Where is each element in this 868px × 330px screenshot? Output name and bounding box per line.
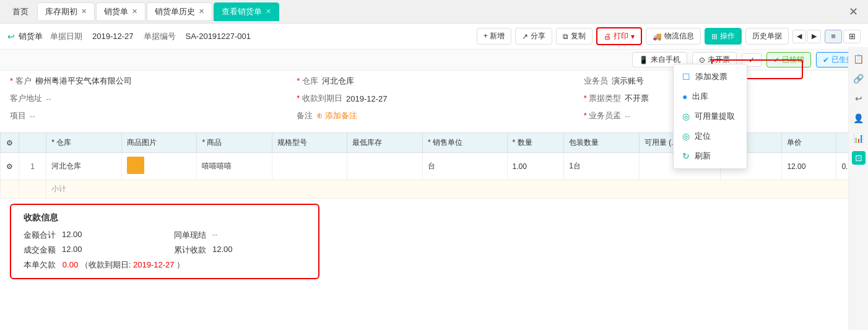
number-value: SA-20191227-001 bbox=[186, 32, 251, 41]
share-icon: ↗ bbox=[522, 32, 528, 41]
print-button[interactable]: 🖨 打印 ▾ bbox=[596, 27, 642, 45]
address-group: 客户地址 -- bbox=[10, 93, 284, 104]
close-inventory-tab[interactable]: ✕ bbox=[81, 7, 87, 15]
tab-sales[interactable]: 销货单 ✕ bbox=[96, 2, 145, 21]
locate-icon: ◎ bbox=[682, 131, 690, 141]
outbound-icon: ● bbox=[682, 92, 687, 102]
due-label: 本单欠款 bbox=[24, 260, 56, 269]
already-cancel-badge[interactable]: ✔ 已核销 bbox=[766, 52, 811, 67]
tab-sales-history-label: 销货单历史 bbox=[155, 6, 195, 17]
history-button[interactable]: 历史单据 bbox=[745, 28, 789, 45]
due-note: （收款到期日: bbox=[80, 260, 131, 269]
transaction-label: 成交金额 bbox=[24, 245, 56, 256]
number-label: 单据编号 bbox=[144, 31, 176, 42]
dropdown-available-qty[interactable]: ◎ 可用量提取 bbox=[674, 106, 747, 126]
prev-arrow[interactable]: ◀ bbox=[792, 30, 806, 43]
row-num: 1 bbox=[19, 153, 46, 180]
address-label: 客户地址 bbox=[10, 93, 42, 104]
grid-view-button[interactable]: ⊞ bbox=[843, 30, 861, 43]
col-product: * 商品 bbox=[197, 133, 272, 153]
product-image bbox=[127, 157, 144, 174]
next-arrow[interactable]: ▶ bbox=[807, 30, 821, 43]
sidebar-icon-2[interactable]: 🔗 bbox=[852, 72, 866, 85]
ops-button[interactable]: ⊞ 操作 bbox=[705, 28, 742, 45]
main-content: ↩ 销货单 单据日期 2019-12-27 单据编号 SA-20191227-0… bbox=[0, 24, 868, 330]
col-min-stock: 最低库存 bbox=[347, 133, 423, 153]
nav-arrows: ◀ ▶ bbox=[792, 30, 821, 43]
copy-button[interactable]: ⧉ 复制 bbox=[556, 28, 592, 45]
project-value: -- bbox=[30, 111, 35, 121]
sidebar-icon-5[interactable]: 📊 bbox=[852, 131, 866, 145]
add-invoice-icon: ☐ bbox=[682, 72, 690, 82]
ticket-icon: ⊙ bbox=[699, 56, 705, 64]
dropdown-locate[interactable]: ◎ 定位 bbox=[674, 126, 747, 146]
customer-group: 客户 柳州粤港平安气体有限公司 bbox=[10, 76, 284, 87]
close-sales-tab[interactable]: ✕ bbox=[132, 7, 137, 15]
truck-icon: 🚚 bbox=[653, 32, 662, 41]
subtotal-gear bbox=[1, 180, 19, 199]
sidebar-icon-1[interactable]: 📋 bbox=[852, 52, 866, 66]
transaction-row: 成交金额 12.00 bbox=[24, 245, 155, 256]
due-note-end: ） bbox=[176, 260, 184, 269]
row-gear[interactable]: ⚙ bbox=[1, 153, 19, 180]
warehouse-value: 河北仓库 bbox=[322, 76, 354, 87]
sidebar-icon-3[interactable]: ↩ bbox=[852, 92, 866, 105]
due-value: 0.00 bbox=[63, 260, 78, 269]
staff-value: 演示账号 bbox=[612, 76, 644, 87]
dropdown-outbound[interactable]: ● 出库 bbox=[674, 87, 747, 106]
ops-label: 操作 bbox=[720, 31, 735, 41]
sidebar-icon-6[interactable]: ⊡ bbox=[852, 151, 866, 165]
tab-bar: 首页 库存期初 ✕ 销货单 ✕ 销货单历史 ✕ 查看销货单 ✕ ✕ bbox=[0, 0, 868, 24]
address-value: -- bbox=[46, 94, 51, 103]
customer-value: 柳州粤港平安气体有限公司 bbox=[35, 76, 132, 87]
dropdown-refresh[interactable]: ↻ 刷新 bbox=[674, 146, 747, 166]
share-label: 分享 bbox=[531, 31, 545, 41]
cumulative-row: 累计收款 12.00 bbox=[174, 245, 306, 256]
tab-inventory[interactable]: 库存期初 ✕ bbox=[37, 2, 95, 21]
print-label: 打印 bbox=[614, 31, 628, 41]
col-spec: 规格型号 bbox=[272, 133, 347, 153]
cumulative-value: 12.00 bbox=[212, 245, 233, 256]
available-qty-label: 可用量提取 bbox=[695, 111, 735, 122]
tab-home[interactable]: 首页 bbox=[5, 2, 36, 21]
col-qty: * 数量 bbox=[507, 133, 564, 153]
logistics-label: 物流信息 bbox=[664, 31, 694, 41]
note-group: 备注 ⊕ 添加备注 bbox=[297, 110, 571, 121]
col-price: 单价 bbox=[782, 133, 836, 153]
close-sales-history-tab[interactable]: ✕ bbox=[199, 7, 204, 15]
already-cancel-label: 已核销 bbox=[782, 54, 804, 65]
customer-label: 客户 bbox=[10, 76, 32, 87]
locate-label: 定位 bbox=[695, 131, 711, 142]
check-icon: ✔ bbox=[773, 56, 779, 64]
staff-label: 业务员 bbox=[584, 76, 608, 87]
row-pack-qty: 1台 bbox=[564, 153, 640, 180]
tab-view-sales[interactable]: 查看销货单 ✕ bbox=[214, 2, 279, 21]
doc-icon: ↩ bbox=[7, 32, 15, 41]
logistics-button[interactable]: 🚚 物流信息 bbox=[646, 28, 701, 45]
doc-meta: 单据日期 2019-12-27 单据编号 SA-20191227-001 bbox=[50, 31, 251, 42]
row-price: 12.00 bbox=[782, 153, 836, 180]
toolbar-right: + 新增 ↗ 分享 ⧉ 复制 🖨 打印 ▾ 🚚 物流信息 ⊞ 操作 bbox=[477, 27, 861, 45]
sidebar-icon-4[interactable]: 👤 bbox=[852, 111, 866, 125]
share-button[interactable]: ↗ 分享 bbox=[515, 28, 552, 45]
doc-type-indicator: ↩ 销货单 bbox=[7, 31, 43, 42]
add-label: + 新增 bbox=[484, 31, 505, 41]
doc-type-label: 销货单 bbox=[19, 31, 43, 42]
staff2-value: -- bbox=[625, 111, 630, 121]
top-toolbar: ↩ 销货单 单据日期 2019-12-27 单据编号 SA-20191227-0… bbox=[0, 24, 868, 50]
add-note-button[interactable]: ⊕ 添加备注 bbox=[316, 110, 357, 121]
total-value: 12.00 bbox=[62, 230, 82, 241]
close-view-sales-tab[interactable]: ✕ bbox=[266, 7, 271, 15]
subtotal-label: 小计 bbox=[46, 180, 868, 199]
subtotal-row: 小计 bbox=[1, 180, 868, 199]
dropdown-add-invoice[interactable]: ☐ 添加发票 bbox=[674, 67, 747, 87]
phone-icon: 📱 bbox=[639, 56, 648, 64]
add-button[interactable]: + 新增 bbox=[477, 28, 511, 45]
close-window-button[interactable]: ✕ bbox=[844, 5, 863, 19]
date-value: 2019-12-27 bbox=[92, 32, 134, 41]
due-date: 2019-12-27 bbox=[133, 260, 175, 269]
col-pack-qty: 包装数量 bbox=[564, 133, 640, 153]
tab-sales-history[interactable]: 销货单历史 ✕ bbox=[147, 2, 212, 21]
ops-dropdown-menu: ☐ 添加发票 ● 出库 ◎ 可用量提取 ◎ 定位 ↻ 刷新 bbox=[673, 64, 747, 169]
list-view-button[interactable]: ≡ bbox=[825, 30, 842, 43]
